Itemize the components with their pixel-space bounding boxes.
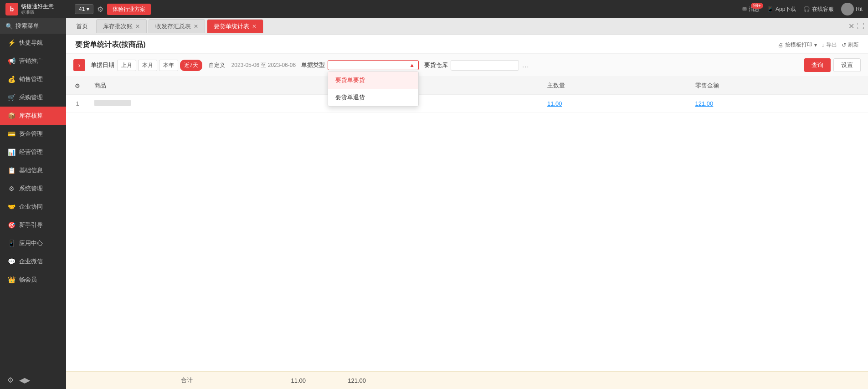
avatar [841,3,854,15]
sidebar-item-inventory[interactable]: 📦 库存核算 [0,107,66,125]
last7days-btn[interactable]: 近7天 [180,60,202,71]
custom-date-btn[interactable]: 自定义 [205,60,229,71]
app-download-label: App下载 [776,5,796,13]
refresh-btn[interactable]: ↺ 刷新 [842,41,859,49]
search-label: 搜索菜单 [15,22,39,30]
column-settings-icon: ⚙ [75,82,80,89]
system-icon: ⚙ [7,184,15,193]
table-container: ⚙ 商品 主计量单位 主数量 零售金额 1 [66,77,868,371]
settings-button[interactable]: 设置 [833,58,861,72]
sidebar-label-guide: 新手引导 [19,221,43,229]
dropdown-item-order-goods[interactable]: 要货单要货 [328,72,418,89]
settings-icon[interactable]: ⚙ [97,5,103,14]
headset-icon: 🎧 [803,6,810,12]
sidebar-item-app-center[interactable]: 📱 应用中心 [0,234,66,252]
topbar-center: 41 ▾ ⚙ 体验行业方案 [75,4,737,15]
company-value: 41 [79,6,85,12]
tab-order-stats[interactable]: 要货单统计表 ✕ [207,19,263,33]
sidebar-item-purchase[interactable]: 🛒 采购管理 [0,88,66,107]
tab-close-inventory-batch[interactable]: ✕ [135,23,140,30]
table-footer: 合计 11.00 121.00 [66,371,868,389]
tabbar: 首页 库存批次账 ✕ 收发存汇总表 ✕ 要货单统计表 ✕ ✕ ⛶ [66,18,868,35]
page-header: 要货单统计表(按商品) 🖨 按模板打印 ▾ ↓ 导出 ↺ 刷新 [66,35,868,54]
search-icon: 🔍 [5,23,13,30]
sidebar-label-wechat: 企业微信 [19,257,43,266]
type-dropdown-menu: 要货单要货 要货单退货 [328,71,419,107]
sidebar-collapse-icon[interactable]: ◀▶ [19,376,30,384]
sales-icon: 💰 [7,75,15,83]
print-arrow-icon: ▾ [814,42,817,48]
tab-recv-summary[interactable]: 收发存汇总表 ✕ [149,19,205,33]
sidebar-item-enterprise[interactable]: 🤝 企业协同 [0,198,66,216]
sidebar-item-system[interactable]: ⚙ 系统管理 [0,179,66,198]
promo-button[interactable]: 体验行业方案 [107,4,151,15]
row-product [89,95,333,113]
dropdown-item-order-return[interactable]: 要货单退货 [328,89,418,106]
sidebar-item-guide[interactable]: 🎯 新手引导 [0,216,66,234]
chevron-down-icon: ▾ [87,6,89,12]
this-year-btn[interactable]: 本年 [159,60,178,71]
purchase-icon: 🛒 [7,93,15,102]
refresh-label: 刷新 [848,41,859,49]
tab-close-order-stats[interactable]: ✕ [252,23,257,30]
app-download-btn[interactable]: 📱 App下载 [767,5,796,13]
brand-name: 畅捷通好生意 [21,3,54,10]
type-select[interactable]: ▲ [328,60,419,70]
sidebar-item-operations[interactable]: 📊 经营管理 [0,143,66,161]
finance-icon: 💳 [7,130,15,138]
tab-close-all-icon[interactable]: ✕ [848,22,854,31]
query-button[interactable]: 查询 [804,58,831,72]
page: 要货单统计表(按商品) 🖨 按模板打印 ▾ ↓ 导出 ↺ 刷新 [66,35,868,389]
warehouse-select[interactable] [451,60,519,71]
company-selector[interactable]: 41 ▾ [75,4,93,14]
filter-date-group: 单据日期 上月 本月 本年 近7天 自定义 2023-05-06 至 2023-… [91,60,296,71]
more-filters-icon[interactable]: … [522,61,529,69]
warehouse-label: 要货仓库 [424,61,448,69]
sidebar-search[interactable]: 🔍 搜索菜单 [0,18,66,34]
message-btn[interactable]: ✉ 消息 99+ [742,5,760,13]
col-qty: 主数量 [542,77,689,95]
sidebar-settings-icon[interactable]: ⚙ [7,376,14,384]
sidebar-label-basic-info: 基础信息 [19,166,43,174]
guide-icon: 🎯 [7,221,15,229]
sidebar-label-operations: 经营管理 [19,148,43,156]
tab-inventory-batch[interactable]: 库存批次账 ✕ [96,19,147,33]
topbar-right: ✉ 消息 99+ 📱 App下载 🎧 在线客服 Rit [742,3,863,15]
sidebar-item-sales[interactable]: 💰 销售管理 [0,70,66,88]
sidebar-label-purchase: 采购管理 [19,93,43,102]
content-area: 首页 库存批次账 ✕ 收发存汇总表 ✕ 要货单统计表 ✕ ✕ ⛶ 要 [66,18,868,389]
sidebar-item-wechat[interactable]: 💬 企业微信 [0,252,66,271]
print-btn[interactable]: 🖨 按模板打印 ▾ [778,41,817,49]
this-month-btn[interactable]: 本月 [138,60,157,71]
tab-home[interactable]: 首页 [70,20,94,33]
date-preset-buttons: 上月 本月 本年 近7天 [117,60,202,71]
enterprise-icon: 🤝 [7,203,15,211]
export-icon: ↓ [822,42,824,48]
sidebar-item-marketing[interactable]: 📢 营销推广 [0,52,66,70]
tab-close-recv-summary[interactable]: ✕ [194,23,198,30]
amount-link[interactable]: 121.00 [695,100,714,107]
user-menu[interactable]: Rit [841,3,863,15]
tab-expand-icon[interactable]: ⛶ [857,22,864,31]
sidebar-item-finance[interactable]: 💳 资金管理 [0,125,66,143]
online-service-btn[interactable]: 🎧 在线客服 [803,5,834,13]
last-month-btn[interactable]: 上月 [117,60,136,71]
row-amount: 121.00 [690,95,868,113]
data-table: ⚙ 商品 主计量单位 主数量 零售金额 1 [66,77,868,113]
qty-link[interactable]: 11.00 [547,100,562,107]
col-settings[interactable]: ⚙ [66,77,89,95]
table-row: 1 块 11.00 121.00 [66,95,868,113]
brand-text: 畅捷通好生意 标准版 [21,3,54,15]
marketing-icon: 📢 [7,57,15,65]
footer-label: 合计 [72,376,193,384]
export-btn[interactable]: ↓ 导出 [822,41,837,49]
sidebar-item-shortcut[interactable]: ⚡ 快捷导航 [0,34,66,52]
filter-expand-btn[interactable]: › [73,59,85,71]
sidebar-item-vip[interactable]: 👑 畅会员 [0,271,66,289]
sidebar-bottom: ⚙ ◀▶ [0,371,66,389]
sidebar-item-basic-info[interactable]: 📋 基础信息 [0,161,66,179]
type-dropdown-container: ▲ 要货单要货 要货单退货 [328,60,419,70]
app-logo: b 畅捷通好生意 标准版 [5,3,69,15]
sidebar-label-marketing: 营销推广 [19,57,43,65]
message-icon: ✉ [742,6,747,12]
